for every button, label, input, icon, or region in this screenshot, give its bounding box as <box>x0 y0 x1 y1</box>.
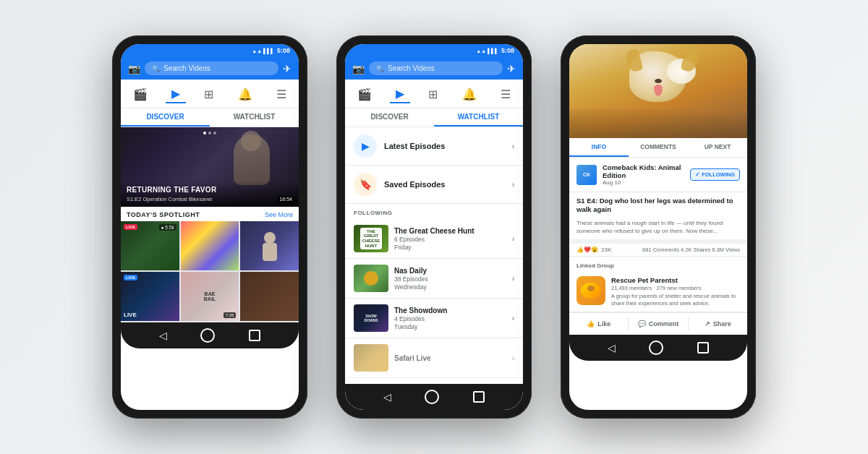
status-bar-2: ▲▲ ▌▌▌ 5:08 <box>345 44 523 57</box>
reaction-like: 👍 <box>576 247 584 253</box>
live-badge-1: LIVE <box>124 224 137 230</box>
extra-bg <box>240 272 299 321</box>
back-button-1[interactable]: ◁ <box>159 330 167 341</box>
nav-icon-menu[interactable]: ☰ <box>271 86 292 103</box>
show-info-showdown: The Showdown 4 Episodes Tuesday <box>394 307 512 330</box>
saved-chevron: › <box>512 181 514 189</box>
tab-watchlist-1[interactable]: WATCHLIST <box>210 108 299 127</box>
spotlight-header: TODAY'S SPOTLIGHT See More <box>121 207 299 221</box>
saved-label: Saved Episodes <box>384 180 512 189</box>
camera-button-1[interactable]: 📷 <box>128 63 140 74</box>
like-button[interactable]: 👍 Like <box>569 317 628 330</box>
show-row-nas[interactable]: Nas Daily 38 Episodes Wednesday › <box>345 259 523 299</box>
saved-icon: 🔖 <box>354 173 377 196</box>
latest-episodes-row[interactable]: ▶ Latest Episodes › <box>345 127 523 166</box>
reaction-heart: ❤️ <box>584 247 591 253</box>
group-avatar <box>576 276 605 305</box>
recents-button-3[interactable] <box>697 342 709 354</box>
spotlight-title: TODAY'S SPOTLIGHT <box>127 211 200 218</box>
colorful-bg <box>181 221 239 270</box>
show-row-showdown[interactable]: SHOWDOWNS The Showdown 4 Episodes Tuesda… <box>345 299 523 338</box>
tab-watchlist-2[interactable]: WATCHLIST <box>434 108 523 127</box>
hero-video-1[interactable]: RETURNING THE FAVOR S1:E2 Operation Comb… <box>121 127 299 207</box>
like-label: Like <box>597 320 610 327</box>
recents-button-1[interactable] <box>249 330 260 341</box>
recents-button-2[interactable] <box>473 391 485 403</box>
show-row-safari[interactable]: Safari Live › <box>345 338 523 378</box>
bottom-nav-3: ◁ <box>569 335 747 361</box>
messenger-button-2[interactable]: ✈ <box>507 63 516 74</box>
spotlight-item-3[interactable] <box>240 221 299 270</box>
spotlight-item-4[interactable]: LIVE LIVE <box>121 272 179 321</box>
spotlight-item-1[interactable]: LIVE ● 5.5k <box>121 221 179 270</box>
camera-button-2[interactable]: 📷 <box>352 63 365 74</box>
group-info: Rescue Pet Parentst 21,493 members · 279… <box>611 276 740 307</box>
tab-up-next[interactable]: UP NEXT <box>688 138 747 157</box>
latest-chevron: › <box>512 142 514 150</box>
watchlist-content: ▶ Latest Episodes › 🔖 Saved Episodes › F… <box>345 127 523 384</box>
home-button-3[interactable] <box>649 340 663 355</box>
live-badge-2: LIVE <box>124 275 137 280</box>
tab-info[interactable]: INFO <box>569 138 629 157</box>
time-2: 5:08 <box>501 47 514 54</box>
share-icon: ↗ <box>705 320 710 327</box>
comment-label: Comment <box>649 320 679 327</box>
search-bar-2[interactable]: 🔍 Search Videos <box>369 61 503 75</box>
phone-3: INFO COMMENTS UP NEXT CK Comeback Kids: … <box>561 35 756 419</box>
spotlight-item-5[interactable]: BAEBAIL 7:28 <box>181 272 239 321</box>
show-info-cheese: The Great Cheese Hunt 6 Episodes Friday <box>394 227 512 251</box>
dog-video-thumbnail[interactable] <box>569 44 747 138</box>
tab-row-2: DISCOVER WATCHLIST <box>345 108 523 127</box>
search-bar-1[interactable]: 🔍 Search Videos <box>145 61 278 75</box>
show-episodes-cheese: 6 Episodes <box>394 236 512 243</box>
tab-comments[interactable]: COMMENTS <box>629 138 688 157</box>
spotlight-item-2[interactable] <box>181 221 239 270</box>
reaction-count: 23K <box>601 247 611 253</box>
dog-image-bg <box>569 44 747 138</box>
saved-episodes-row[interactable]: 🔖 Saved Episodes › <box>345 166 523 204</box>
nav-icon-bell-2[interactable]: 🔔 <box>456 86 482 103</box>
page-info-text: Comeback Kids: Animal Edition Aug 10 · <box>603 163 684 186</box>
video-description: These animals had a rough start in life … <box>569 218 747 244</box>
video-title: S1 E4: Dog who lost her legs was determi… <box>569 192 747 218</box>
nav-icon-video[interactable]: 🎬 <box>127 86 153 103</box>
follow-button[interactable]: ✓ FOLLOWING <box>690 168 740 181</box>
time-1: 5:08 <box>277 47 290 54</box>
back-button-3[interactable]: ◁ <box>608 342 616 354</box>
home-button-2[interactable] <box>425 390 439 404</box>
follow-label: FOLLOWING <box>702 171 735 178</box>
show-title-safari: Safari Live <box>394 354 512 362</box>
home-button-1[interactable] <box>200 328 215 343</box>
nav-icon-play-2[interactable]: ▶ <box>390 85 410 103</box>
spotlight-see-more[interactable]: See More <box>265 211 293 218</box>
nav-icon-menu-2[interactable]: ☰ <box>495 86 516 103</box>
info-tabs: INFO COMMENTS UP NEXT <box>569 138 747 158</box>
nav-icon-grid-2[interactable]: ⊞ <box>422 86 443 103</box>
reactions-row: 👍 ❤️ 😮 23K 881 Comments 4.2K Shares 6.3M… <box>569 244 747 257</box>
show-row-cheese[interactable]: THEGREATCHEESEHUNT The Great Cheese Hunt… <box>345 219 523 259</box>
nav-icon-grid[interactable]: ⊞ <box>198 86 219 103</box>
nav-icon-bell[interactable]: 🔔 <box>232 86 258 103</box>
show-thumb-safari <box>354 344 388 372</box>
comment-button[interactable]: 💬 Comment <box>628 317 687 330</box>
hero-overlay: RETURNING THE FAVOR S1:E2 Operation Comb… <box>121 181 299 207</box>
messenger-button-1[interactable]: ✈ <box>283 63 292 74</box>
tab-row-1: DISCOVER WATCHLIST <box>121 108 299 127</box>
nav-icon-video-2[interactable]: 🎬 <box>352 86 378 103</box>
tab-discover-2[interactable]: DISCOVER <box>345 108 434 127</box>
page-date: Aug 10 · <box>603 179 684 186</box>
page-avatar: CK <box>576 165 597 185</box>
linked-group-row[interactable]: Rescue Pet Parentst 21,493 members · 279… <box>569 272 747 312</box>
safari-thumb-bg <box>354 344 388 372</box>
like-icon: 👍 <box>587 320 595 327</box>
nav-icon-play[interactable]: ▶ <box>166 85 186 103</box>
share-button[interactable]: ↗ Share <box>688 317 747 330</box>
showdown-thumb-bg: SHOWDOWNS <box>354 304 388 332</box>
reaction-emojis: 👍 ❤️ 😮 <box>576 247 598 253</box>
back-button-2[interactable]: ◁ <box>383 391 391 403</box>
tab-discover-1[interactable]: DISCOVER <box>121 108 210 127</box>
show-chevron-nas: › <box>512 275 514 283</box>
hero-subtitle: S1:E2 Operation Combat Bikesaver <box>127 196 293 202</box>
phone-2: ▲▲ ▌▌▌ 5:08 📷 🔍 Search Videos ✈ 🎬 ▶ ⊞ 🔔 <box>336 35 532 419</box>
spotlight-item-6[interactable] <box>240 272 299 321</box>
